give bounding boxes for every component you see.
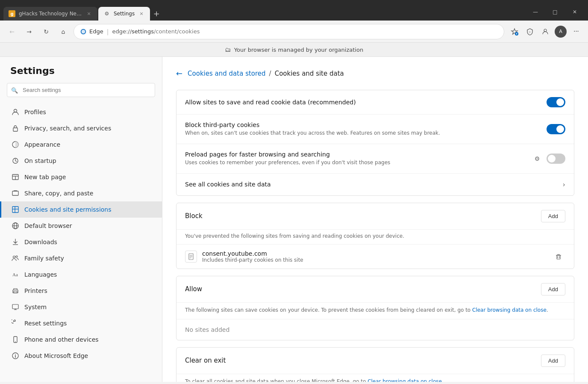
clear-on-exit-card: Clear on exit Add To clear all cookies a… <box>176 347 574 382</box>
minimize-button[interactable]: — <box>526 5 545 19</box>
menu-button[interactable]: ··· <box>569 25 583 38</box>
main-settings-card: Allow sites to save and read cookie data… <box>176 90 574 196</box>
svg-point-32 <box>15 354 16 355</box>
sidebar-item-share[interactable]: Share, copy, and paste <box>0 185 162 201</box>
tab-ghacks[interactable]: g gHacks Technology News ✕ <box>3 7 97 21</box>
shield-icon[interactable]: ⚐ <box>523 25 537 38</box>
clear-on-exit-header: Clear on exit Add <box>176 348 574 374</box>
preload-gear-button[interactable]: ⚙ <box>531 153 543 165</box>
clear-browsing-data-link[interactable]: Clear browsing data on close <box>472 307 547 313</box>
sidebar-item-appearance[interactable]: Appearance <box>0 136 162 153</box>
allow-cookies-toggle[interactable] <box>547 97 565 107</box>
appearance-icon <box>12 141 19 148</box>
downloads-icon <box>12 238 19 246</box>
printers-icon <box>12 287 19 295</box>
see-all-cookies-chevron: › <box>563 180 565 189</box>
settings-sidebar: Settings 🔍 Profiles Privacy, search, and… <box>0 57 162 382</box>
allow-section-card: Allow Add The following sites can save c… <box>176 276 574 340</box>
avatar: A <box>555 26 567 38</box>
star-icon: ★ <box>511 28 518 35</box>
sidebar-item-familysafety[interactable]: Family safety <box>0 250 162 266</box>
close-button[interactable]: ✕ <box>565 5 585 19</box>
sidebar-label-profiles: Profiles <box>24 109 46 115</box>
favorites-icon[interactable]: ★ <box>508 25 521 38</box>
svg-rect-25 <box>12 304 18 309</box>
sidebar-item-printers[interactable]: Printers <box>0 283 162 299</box>
security-shield-icon: ⚐ <box>526 28 534 35</box>
tab-title-ghacks: gHacks Technology News <box>19 11 82 17</box>
svg-point-20 <box>13 256 15 258</box>
sidebar-label-about: About Microsoft Edge <box>24 352 88 359</box>
block-section-header: Block Add <box>176 203 574 230</box>
tab-close-ghacks[interactable]: ✕ <box>85 10 92 17</box>
sidebar-item-privacy[interactable]: Privacy, search, and services <box>0 120 162 136</box>
clear-on-exit-link[interactable]: Clear browsing data on close <box>368 378 442 382</box>
blocked-site-delete-button[interactable] <box>552 250 565 263</box>
tab-settings[interactable]: ⚙ Settings ✕ <box>98 7 150 21</box>
tab-title-settings: Settings <box>114 11 135 17</box>
breadcrumb-current: Cookies and site data <box>275 70 344 77</box>
profile-icon <box>541 28 549 35</box>
sidebar-label-privacy: Privacy, search, and services <box>24 125 111 132</box>
share-icon <box>12 189 19 197</box>
allow-section-title: Allow <box>185 285 541 293</box>
preload-pages-row: Preload pages for faster browsing and se… <box>176 144 574 174</box>
breadcrumb-back-button[interactable]: ← <box>176 69 182 78</box>
sidebar-item-reset[interactable]: Reset settings <box>0 315 162 331</box>
block-section-title: Block <box>185 212 541 220</box>
startup-icon <box>12 157 19 165</box>
block-third-party-desc: When on, sites can't use cookies that tr… <box>185 130 547 137</box>
breadcrumb-separator: / <box>269 70 271 77</box>
maximize-button[interactable]: □ <box>545 5 565 19</box>
search-input[interactable] <box>7 83 155 97</box>
sidebar-label-reset: Reset settings <box>24 320 67 327</box>
sidebar-label-defaultbrowser: Default browser <box>24 222 72 229</box>
refresh-button[interactable]: ↻ <box>39 25 53 38</box>
site-file-icon <box>185 251 197 263</box>
breadcrumb-parent-link[interactable]: Cookies and data stored <box>188 70 266 77</box>
sidebar-label-system: System <box>24 304 47 310</box>
sidebar-item-defaultbrowser[interactable]: Default browser <box>0 218 162 234</box>
back-button[interactable]: ← <box>5 25 19 38</box>
sidebar-item-cookies[interactable]: Cookies and site permissions <box>0 201 162 218</box>
block-third-party-toggle[interactable] <box>547 124 565 134</box>
svg-text:Aa: Aa <box>12 272 18 277</box>
sidebar-item-newtab[interactable]: New tab page <box>0 169 162 185</box>
sidebar-item-phone[interactable]: Phone and other devices <box>0 331 162 348</box>
file-icon <box>188 253 194 260</box>
allow-add-button[interactable]: Add <box>541 283 565 295</box>
home-button[interactable]: ⌂ <box>56 25 70 38</box>
languages-icon: Aa <box>12 271 19 278</box>
profile-avatar[interactable]: A <box>554 25 567 38</box>
forward-button[interactable]: → <box>22 25 36 38</box>
sidebar-item-profiles[interactable]: Profiles <box>0 104 162 120</box>
sidebar-item-system[interactable]: System <box>0 299 162 315</box>
clear-on-exit-desc: To clear all cookies and site data when … <box>176 374 574 382</box>
allow-section-desc: The following sites can save cookies on … <box>176 303 574 319</box>
url-text: edge://settings/content/cookies <box>112 28 498 35</box>
search-icon: 🔍 <box>11 87 18 93</box>
tab-favicon-settings: ⚙ <box>103 10 110 17</box>
sidebar-item-about[interactable]: About Microsoft Edge <box>0 348 162 364</box>
tab-close-settings[interactable]: ✕ <box>138 10 145 17</box>
cookies-icon <box>12 206 19 213</box>
svg-point-21 <box>16 256 18 257</box>
split-screen-icon[interactable] <box>538 25 552 38</box>
sidebar-label-phone: Phone and other devices <box>24 336 99 343</box>
url-field[interactable]: Edge | edge://settings/content/cookies <box>74 24 504 39</box>
sidebar-item-downloads[interactable]: Downloads <box>0 234 162 250</box>
blocked-site-row: consent.youtube.com Includes third-party… <box>176 245 574 269</box>
svg-point-29 <box>15 341 16 342</box>
tab-favicon-ghacks: g <box>9 10 15 17</box>
allow-cookies-row: Allow sites to save and read cookie data… <box>176 90 574 115</box>
profiles-icon <box>12 108 19 116</box>
sidebar-item-languages[interactable]: Aa Languages <box>0 266 162 283</box>
new-tab-button[interactable]: + <box>150 7 163 20</box>
block-third-party-title: Block third-party cookies <box>185 121 547 128</box>
preload-pages-toggle[interactable] <box>547 154 565 164</box>
preload-pages-title: Preload pages for faster browsing and se… <box>185 151 531 158</box>
see-all-cookies-row[interactable]: See all cookies and site data › <box>176 174 574 195</box>
sidebar-item-startup[interactable]: On startup <box>0 153 162 169</box>
block-add-button[interactable]: Add <box>541 210 565 222</box>
clear-on-exit-add-button[interactable]: Add <box>541 354 565 367</box>
